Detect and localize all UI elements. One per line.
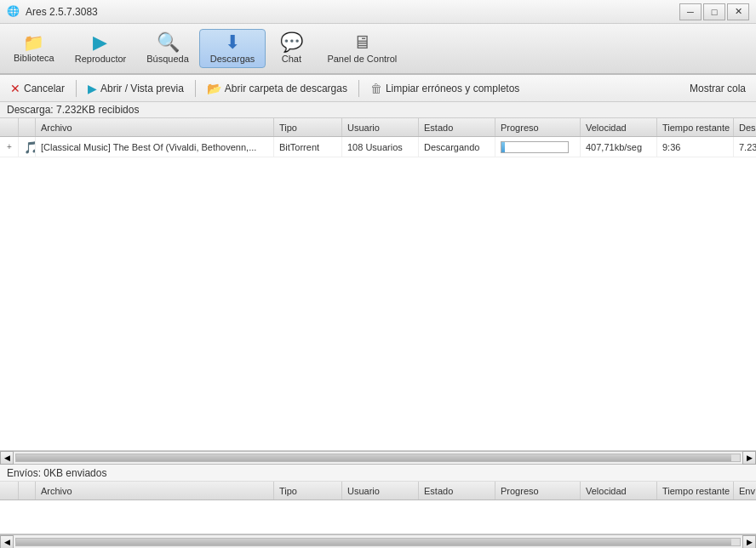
th-tipo[interactable]: Tipo	[274, 118, 342, 136]
th-velocidad[interactable]: Velocidad	[581, 118, 657, 136]
nav-panel[interactable]: 🖥 Panel de Control	[317, 30, 407, 67]
nav-chat-label: Chat	[282, 54, 301, 64]
expand-icon[interactable]: +	[5, 140, 14, 153]
action-bar: ✕ Cancelar ▶ Abrir / Vista previa 📂 Abri…	[0, 75, 756, 102]
uth-envio[interactable]: Envío	[734, 482, 756, 499]
row-tipo: BitTorrent	[274, 137, 342, 157]
uth-velocidad[interactable]: Velocidad	[581, 482, 657, 499]
reproductor-icon: ▶	[93, 33, 107, 52]
file-icon: 🎵	[24, 140, 36, 154]
clean-label: Limpiar erróneos y completos	[386, 83, 519, 94]
row-descarga: 7.232KB de 2	[734, 137, 756, 157]
bottom-hscroll-right[interactable]: ▶	[742, 535, 756, 549]
th-archivo[interactable]: Archivo	[36, 118, 274, 136]
nav-chat[interactable]: 💬 Chat	[266, 30, 317, 67]
hscroll-left-arrow[interactable]: ◀	[0, 451, 14, 465]
nav-descargas[interactable]: ⬇ Descargas	[199, 29, 266, 68]
th-descarga[interactable]: Descarga	[734, 118, 756, 136]
nav-panel-label: Panel de Control	[327, 54, 397, 64]
row-estado: Descargando	[419, 137, 495, 157]
th-tiempo[interactable]: Tiempo restante	[657, 118, 734, 136]
row-tiempo: 9:36	[657, 137, 734, 157]
title-bar: 🌐 Ares 2.5.7.3083 ─ □ ✕	[0, 0, 756, 24]
minimize-button[interactable]: ─	[679, 3, 702, 20]
separator-3	[358, 80, 359, 97]
row-velocidad: 407,71kb/seg	[581, 137, 657, 157]
download-status: Descarga: 7.232KB recibidos	[0, 102, 756, 118]
uth-archivo[interactable]: Archivo	[36, 482, 274, 499]
progress-bar-fill	[501, 142, 505, 152]
downloads-body: + 🎵 [Classical Music] The Best Of (Vival…	[0, 137, 756, 220]
chat-icon: 💬	[280, 33, 303, 52]
panel-icon: 🖥	[352, 33, 371, 52]
nav-descargas-label: Descargas	[210, 54, 255, 64]
window-controls: ─ □ ✕	[679, 3, 749, 20]
uth-progreso[interactable]: Progreso	[495, 482, 581, 499]
close-button[interactable]: ✕	[727, 3, 749, 20]
th-progreso[interactable]: Progreso	[495, 118, 581, 136]
nav-busqueda[interactable]: 🔍 Búsqueda	[136, 30, 199, 67]
row-archivo: [Classical Music] The Best Of (Vivaldi, …	[36, 137, 274, 157]
preview-label: Abrir / Vista previa	[100, 83, 184, 94]
upload-status: Envíos: 0KB enviados	[0, 465, 756, 482]
cancel-label: Cancelar	[24, 83, 65, 94]
app-icon: 🌐	[7, 5, 20, 19]
open-folder-button[interactable]: 📂 Abrir carpeta de descargas	[200, 79, 354, 98]
uploads-body	[0, 500, 756, 534]
open-folder-label: Abrir carpeta de descargas	[225, 83, 347, 94]
hscroll-right-arrow[interactable]: ▶	[742, 451, 756, 465]
nav-biblioteca[interactable]: 📁 Biblioteca	[3, 31, 65, 66]
uth-estado[interactable]: Estado	[419, 482, 495, 499]
table-row[interactable]: + 🎵 [Classical Music] The Best Of (Vival…	[0, 137, 756, 157]
nav-biblioteca-label: Biblioteca	[14, 53, 54, 63]
bottom-hscroll-track[interactable]	[15, 538, 741, 546]
uploads-header: Archivo Tipo Usuario Estado Progreso Vel…	[0, 482, 756, 500]
downloads-section: Archivo Tipo Usuario Estado Progreso Vel…	[0, 118, 756, 220]
clean-icon: 🗑	[370, 82, 382, 95]
cancel-button[interactable]: ✕ Cancelar	[3, 79, 72, 98]
show-queue-label: Mostrar cola	[690, 83, 746, 94]
maximize-button[interactable]: □	[703, 3, 725, 20]
th-icon	[19, 118, 36, 136]
empty-area	[0, 220, 756, 451]
row-usuario: 108 Usuarios	[342, 137, 419, 157]
uploads-hscrollbar[interactable]: ◀ ▶	[0, 534, 756, 548]
cancel-icon: ✕	[10, 82, 20, 95]
uth-expand	[0, 482, 19, 499]
separator-2	[195, 80, 196, 97]
folder-icon: 📂	[207, 82, 221, 95]
uth-usuario[interactable]: Usuario	[342, 482, 419, 499]
toolbar: 📁 Biblioteca ▶ Reproductor 🔍 Búsqueda ⬇ …	[0, 24, 756, 75]
th-expand	[0, 118, 19, 136]
nav-reproductor[interactable]: ▶ Reproductor	[65, 30, 137, 67]
hscroll-track[interactable]	[15, 454, 741, 462]
hscroll-thumb[interactable]	[16, 454, 731, 461]
separator-1	[76, 80, 77, 97]
biblioteca-icon: 📁	[23, 34, 44, 51]
show-queue-button[interactable]: Mostrar cola	[683, 80, 753, 97]
bottom-hscroll-left[interactable]: ◀	[0, 535, 14, 549]
descargas-icon: ⬇	[225, 33, 240, 52]
clean-button[interactable]: 🗑 Limpiar erróneos y completos	[364, 79, 526, 98]
uth-tiempo[interactable]: Tiempo restante	[657, 482, 734, 499]
th-usuario[interactable]: Usuario	[342, 118, 419, 136]
bottom-hscroll-thumb[interactable]	[16, 539, 731, 545]
uth-icon	[19, 482, 36, 499]
preview-button[interactable]: ▶ Abrir / Vista previa	[81, 79, 191, 98]
app-title: Ares 2.5.7.3083	[26, 6, 98, 18]
downloads-header: Archivo Tipo Usuario Estado Progreso Vel…	[0, 118, 756, 137]
downloads-hscrollbar[interactable]: ◀ ▶	[0, 451, 756, 465]
th-estado[interactable]: Estado	[419, 118, 495, 136]
busqueda-icon: 🔍	[157, 33, 180, 52]
nav-reproductor-label: Reproductor	[75, 54, 127, 64]
progress-bar-container	[501, 141, 569, 153]
nav-busqueda-label: Búsqueda	[146, 54, 189, 64]
uth-tipo[interactable]: Tipo	[274, 482, 342, 499]
row-progreso	[495, 137, 581, 157]
preview-icon: ▶	[88, 82, 97, 95]
